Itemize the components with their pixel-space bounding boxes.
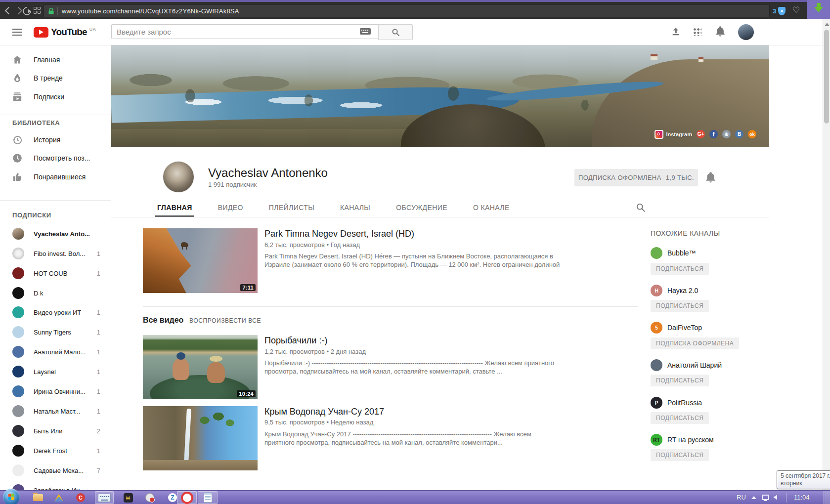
channel-avatar-large[interactable] (163, 162, 194, 192)
tab-videos[interactable]: ВИДЕО (218, 198, 243, 217)
notepad-taskbar-button[interactable] (198, 491, 218, 504)
sidebar-subscription-item[interactable]: D k (0, 283, 111, 303)
language-indicator[interactable]: RU (737, 494, 746, 501)
sidebar-subscription-item[interactable]: Анатолий Мало... 1 (0, 342, 111, 362)
tab-channels[interactable]: КАНАЛЫ (340, 198, 370, 217)
keyboard-icon[interactable] (360, 28, 371, 35)
facebook-icon[interactable]: f (709, 130, 718, 138)
world-of-tanks-icon[interactable] (123, 492, 133, 503)
sidebar-item-label: Главная (34, 56, 60, 64)
volume-icon[interactable] (774, 495, 777, 500)
related-channel[interactable]: 5 DaiFiveTop (651, 322, 702, 334)
home-icon (12, 55, 22, 65)
account-avatar[interactable] (738, 24, 754, 40)
video-thumbnail[interactable]: 10:24 (143, 335, 258, 399)
sidebar-subscription-item[interactable]: HOT COUB 1 (0, 263, 111, 283)
page-scrollbar[interactable] (823, 19, 830, 490)
subscribe-button[interactable]: ПОДПИСАТЬСЯ (651, 263, 709, 275)
related-channel[interactable]: Р PolitRussia (651, 397, 702, 409)
vk-icon[interactable]: В (735, 130, 743, 138)
zona-icon[interactable]: Z (167, 492, 178, 503)
address-bar[interactable]: www.youtube.com/channel/UCvqUXT6z2Y6Nk-G… (44, 4, 770, 17)
search-button[interactable] (378, 24, 413, 40)
sidebar-item-home[interactable]: Главная (0, 50, 111, 69)
onscreen-keyboard-button[interactable] (95, 491, 114, 504)
related-channel[interactable]: Анатолий Шарий (651, 359, 722, 371)
url-text[interactable]: www.youtube.com/channel/UCvqUXT6z2Y6Nk-G… (62, 7, 239, 15)
tray-expand-icon[interactable] (751, 496, 756, 499)
google-plus-icon[interactable]: G+ (697, 130, 705, 138)
channel-banner[interactable]: Instagram G+ f ⊕ В ok (111, 45, 769, 147)
forward-icon[interactable] (16, 8, 21, 13)
sidebar-subscription-item[interactable]: Vyacheslav Anto... (0, 224, 111, 244)
explorer-icon[interactable] (33, 492, 44, 503)
sidebar-subscription-item[interactable]: Fibo invest. Вол... 1 (0, 244, 111, 263)
channel-name: Vyacheslav Anto... (34, 230, 90, 238)
avatar-initial: 5 (655, 325, 658, 331)
reload-icon[interactable] (23, 7, 31, 15)
download-extension-button[interactable] (807, 0, 830, 19)
sidebar-subscription-item[interactable]: Sunny Tigers 1 (0, 322, 111, 342)
related-channel[interactable]: Н Наука 2.0 (651, 285, 698, 296)
show-desktop-button[interactable] (824, 491, 830, 504)
subscribed-button[interactable]: ПОДПИСКА ОФОРМЛЕНА 1,9 ТЫС. (574, 169, 698, 186)
scheduler-icon[interactable] (144, 492, 155, 503)
clock[interactable]: 11:04 (794, 494, 810, 501)
featured-video-title[interactable]: Park Timna Negev Desert, Israel (HD) (264, 229, 414, 239)
adblock-badge[interactable]: 3 × (773, 7, 786, 15)
search-input[interactable] (111, 24, 393, 39)
section-divider (143, 306, 638, 307)
ccleaner-icon[interactable]: C (75, 492, 86, 503)
sidebar-subscription-item[interactable]: Быть Или 2 (0, 421, 111, 441)
sidebar-item-history[interactable]: История (0, 130, 111, 149)
video-thumbnail[interactable] (143, 406, 258, 470)
sidebar-subscription-item[interactable]: Derek Frost 1 (0, 441, 111, 461)
sidebar-subscription-item[interactable]: Laysnel 1 (0, 362, 111, 381)
website-globe-icon[interactable]: ⊕ (722, 130, 731, 138)
subscribe-button[interactable]: ПОДПИСАТЬСЯ (651, 412, 709, 424)
video-title[interactable]: Крым Водопад Учан-Су 2017 (264, 407, 384, 417)
sidebar-item-liked[interactable]: Понравившиеся (0, 168, 111, 186)
play-all-link[interactable]: ВОСПРОИЗВЕСТИ ВСЕ (189, 317, 261, 324)
opera-taskbar-button[interactable] (177, 491, 197, 504)
scrollbar-thumb[interactable] (824, 30, 829, 124)
channel-new-count: 1 (97, 250, 100, 257)
video-title[interactable]: Порыбачили :-) (264, 336, 327, 346)
back-icon[interactable] (6, 8, 11, 13)
tab-home[interactable]: ГЛАВНАЯ (157, 198, 192, 217)
upload-icon[interactable] (671, 27, 681, 37)
sidebar-subscription-item[interactable]: Видео уроки ИТ 1 (0, 302, 111, 322)
instagram-link[interactable]: Instagram (655, 130, 692, 139)
channel-bell-icon[interactable] (705, 172, 716, 183)
sidebar-item-subscriptions[interactable]: Подписки (0, 87, 111, 106)
subscribe-button[interactable]: ПОДПИСАТЬСЯ (651, 300, 709, 312)
bookmark-heart-icon[interactable]: ♡ (792, 6, 800, 14)
sidebar-subscription-item[interactable]: Ирина Овчинни... 1 (0, 381, 111, 401)
tab-discussion[interactable]: ОБСУЖДЕНИЕ (396, 198, 447, 217)
start-button[interactable] (3, 489, 20, 504)
apps-grid-icon[interactable] (693, 27, 701, 36)
notifications-bell-icon[interactable] (715, 26, 725, 37)
sidebar-subscription-item[interactable]: Садовые Меха... 7 (0, 461, 111, 480)
channel-search-icon[interactable] (636, 203, 646, 212)
speed-dial-icon[interactable] (34, 7, 41, 14)
youtube-logo[interactable]: YouTube UA (34, 27, 96, 38)
tab-about[interactable]: О КАНАЛЕ (473, 198, 510, 217)
network-icon[interactable] (762, 495, 769, 500)
sidebar-item-watch-later[interactable]: Посмотреть поз... (0, 149, 111, 168)
sidebar-item-trending[interactable]: В тренде (0, 69, 111, 87)
library-section-header: БИБЛИОТЕКА (12, 119, 101, 126)
subscribed-button[interactable]: ПОДПИСКА ОФОРМЛЕНА (651, 337, 739, 349)
subscribe-button[interactable]: ПОДПИСАТЬСЯ (651, 375, 709, 386)
ok-icon[interactable]: ok (748, 130, 756, 138)
subscribe-button[interactable]: ПОДПИСАТЬСЯ (651, 449, 709, 461)
channel-new-count: 1 (97, 270, 100, 277)
menu-icon[interactable] (12, 29, 22, 36)
sidebar-subscription-item[interactable]: Наталья Маст... 1 (0, 401, 111, 421)
related-channel[interactable]: Bubble™ (651, 247, 696, 259)
tab-playlists[interactable]: ПЛЕЙЛИСТЫ (269, 198, 314, 217)
featured-video-thumbnail[interactable]: 7:11 (143, 228, 258, 293)
related-channel[interactable]: RT RT на русском (651, 434, 714, 446)
scroll-up-arrow-icon[interactable] (825, 23, 830, 26)
drive-icon[interactable] (53, 492, 64, 503)
